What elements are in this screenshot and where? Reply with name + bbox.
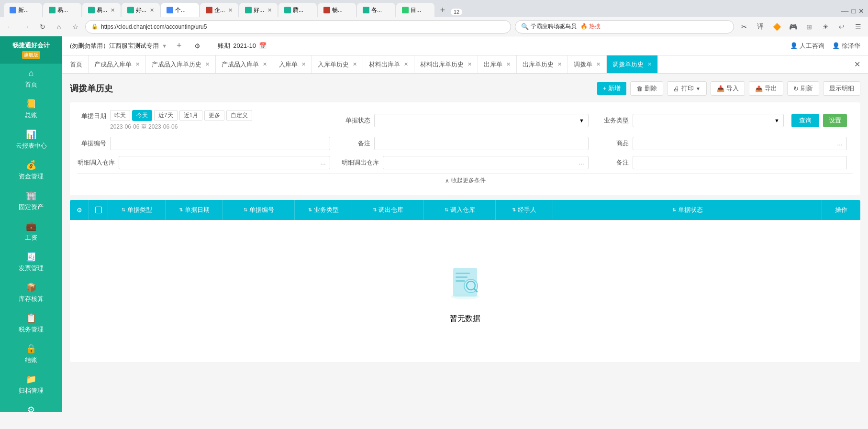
tab-product-in2[interactable]: 产成品入库单 ✕ xyxy=(216,55,273,74)
th-in-wh[interactable]: ⇅ 调入仓库 xyxy=(424,200,496,220)
th-doc-status[interactable]: ⇅ 单据状态 xyxy=(553,200,822,220)
browser-tab-9[interactable]: 畅... xyxy=(318,3,356,17)
tab-home[interactable]: 首页 xyxy=(64,55,89,74)
back-button[interactable]: ← xyxy=(4,21,16,33)
browser-tab-8[interactable]: 腾... xyxy=(278,3,317,17)
minimize-icon[interactable]: — xyxy=(841,7,849,15)
close-icon-6[interactable]: ✕ xyxy=(228,7,233,13)
refresh-button[interactable]: ↻ 刷新 xyxy=(787,81,819,96)
close-icon-3[interactable]: ✕ xyxy=(111,7,115,13)
browser-tab-4[interactable]: 好... ✕ xyxy=(122,3,160,17)
reload-button[interactable]: ↻ xyxy=(36,21,49,33)
close-tab-mat-out-hist[interactable]: ✕ xyxy=(467,61,472,67)
close-tab-mat-out[interactable]: ✕ xyxy=(404,61,408,67)
sidebar-item-settings[interactable]: ⚙ 基础设置 xyxy=(0,400,62,412)
docno-input[interactable] xyxy=(110,137,330,150)
print-button[interactable]: 🖨 打印 ▼ xyxy=(667,81,707,96)
new-tab-button[interactable]: + xyxy=(435,3,450,17)
close-all-icon[interactable]: ✕ xyxy=(854,60,860,68)
tab-mat-out-hist[interactable]: 材料出库单历史 ✕ xyxy=(414,55,478,74)
service-link[interactable]: 👤 人工咨询 xyxy=(790,42,824,50)
tab-out-order[interactable]: 出库单 ✕ xyxy=(478,55,517,74)
tab-product-in[interactable]: 产成品入库单 ✕ xyxy=(89,55,146,74)
tab-in-order-hist[interactable]: 入库单历史 ✕ xyxy=(312,55,363,74)
sidebar-item-invoice[interactable]: 🧾 发票管理 xyxy=(0,247,62,277)
th-doc-date[interactable]: ⇅ 单据日期 xyxy=(166,200,223,220)
th-checkbox[interactable] xyxy=(89,200,108,220)
undo-icon[interactable]: ↩ xyxy=(835,21,848,33)
tab-transfer[interactable]: 调拨单 ✕ xyxy=(568,55,607,74)
tab-in-order[interactable]: 入库单 ✕ xyxy=(273,55,312,74)
add-company-button[interactable]: + xyxy=(172,39,186,53)
browser-tab-5[interactable]: 个... xyxy=(161,3,199,17)
date-btn-more[interactable]: 更多 xyxy=(204,110,224,121)
close-tab-out-order[interactable]: ✕ xyxy=(506,61,511,67)
search-bar[interactable]: 🔍 学霸应聘场驱鸟员 🔥 热搜 xyxy=(515,20,734,33)
sidebar-item-ledger[interactable]: 📒 总账 xyxy=(0,94,62,124)
maximize-icon[interactable]: □ xyxy=(852,7,856,15)
sidebar-item-home[interactable]: ⌂ 首页 xyxy=(0,64,62,94)
browser-tab-1[interactable]: 新... xyxy=(4,3,42,17)
sidebar-item-assets[interactable]: 🏢 固定资产 xyxy=(0,186,62,216)
company-selector[interactable]: (勿删勿禁用）江西服宝测试专用 ▼ xyxy=(70,42,167,50)
show-columns-button[interactable]: 显示明细 xyxy=(823,81,860,96)
date-btn-yesterday[interactable]: 昨天 xyxy=(110,110,130,121)
collapse-button[interactable]: ∧ 收起更多条件 xyxy=(78,173,853,187)
sidebar-item-tax[interactable]: 📋 税务管理 xyxy=(0,308,62,339)
date-btn-1month[interactable]: 近1月 xyxy=(179,110,203,121)
th-out-wh[interactable]: ⇅ 调出仓库 xyxy=(352,200,424,220)
user-info[interactable]: 👤 徐泽华 xyxy=(832,42,860,50)
new-button[interactable]: + 新增 xyxy=(597,82,626,95)
close-tab-transfer-hist[interactable]: ✕ xyxy=(647,61,652,67)
sidebar-item-archive[interactable]: 📁 归档管理 xyxy=(0,369,62,400)
calendar-icon[interactable]: 📅 xyxy=(259,42,267,49)
status-select[interactable]: ▼ xyxy=(374,114,589,127)
close-tab-product-in-hist[interactable]: ✕ xyxy=(205,61,210,67)
close-tab-product-in2[interactable]: ✕ xyxy=(263,61,267,67)
settings-button[interactable]: 设置 xyxy=(823,114,847,127)
home-button[interactable]: ⌂ xyxy=(53,21,65,33)
close-tab-transfer[interactable]: ✕ xyxy=(596,61,601,67)
sidebar-item-finance[interactable]: 💰 资金管理 xyxy=(0,155,62,186)
sidebar-item-reports[interactable]: 📊 云报表中心 xyxy=(0,124,62,155)
th-doc-no[interactable]: ⇅ 单据编号 xyxy=(223,200,295,220)
th-settings[interactable]: ⚙ xyxy=(70,200,89,220)
grid-icon[interactable]: ⊞ xyxy=(803,21,815,33)
tab-mat-out[interactable]: 材料出库单 ✕ xyxy=(363,55,414,74)
close-icon-4[interactable]: ✕ xyxy=(150,7,154,13)
date-btn-custom[interactable]: 自定义 xyxy=(226,110,252,121)
address-bar[interactable]: 🔒 https://cloud.chanjet.com/accounting/u… xyxy=(85,20,511,33)
scissors-icon[interactable]: ✂ xyxy=(738,21,750,33)
sidebar-item-inventory[interactable]: 📦 库存核算 xyxy=(0,277,62,308)
translate-icon[interactable]: 译 xyxy=(754,21,767,33)
browser-tab-10[interactable]: 各... xyxy=(357,3,395,17)
sidebar-item-salary[interactable]: 💼 工资 xyxy=(0,216,62,247)
tab-product-in-hist[interactable]: 产成品入库单历史 ✕ xyxy=(146,55,216,74)
th-biz-type[interactable]: ⇅ 业务类型 xyxy=(295,200,352,220)
close-icon-7[interactable]: ✕ xyxy=(267,7,272,13)
bookmark-button[interactable]: ☆ xyxy=(69,21,81,33)
select-all-checkbox[interactable] xyxy=(95,207,102,213)
tab-transfer-hist[interactable]: 调拨单历史 ✕ xyxy=(607,55,658,74)
browser-tab-7[interactable]: 好... ✕ xyxy=(239,3,278,17)
delete-button[interactable]: 🗑 删除 xyxy=(630,81,663,96)
note-input[interactable] xyxy=(633,156,847,169)
th-handler[interactable]: ⇅ 经手人 xyxy=(496,200,553,220)
import-button[interactable]: 📥 导入 xyxy=(711,81,745,96)
close-tab-in-order-hist[interactable]: ✕ xyxy=(353,61,357,67)
theme-icon[interactable]: ☀ xyxy=(819,21,832,33)
goods-select[interactable]: … xyxy=(633,137,847,150)
sidebar-item-closing[interactable]: 🔒 结账 xyxy=(0,339,62,369)
close-tab-out-order-hist[interactable]: ✕ xyxy=(557,61,562,67)
date-btn-today[interactable]: 今天 xyxy=(132,110,152,121)
date-btn-7days[interactable]: 近7天 xyxy=(154,110,178,121)
browser-tab-6[interactable]: 企... ✕ xyxy=(200,3,238,17)
detail-out-select[interactable]: … xyxy=(383,156,589,169)
biz-type-select[interactable]: ▼ xyxy=(633,114,784,127)
detail-in-select[interactable]: … xyxy=(119,156,330,169)
tab-close-all[interactable]: ✕ xyxy=(854,60,866,69)
browser-tab-11[interactable]: 目... xyxy=(396,3,434,17)
remark-input[interactable] xyxy=(374,137,589,150)
search-button[interactable]: 查询 xyxy=(791,114,819,127)
menu-icon[interactable]: ☰ xyxy=(852,21,864,33)
